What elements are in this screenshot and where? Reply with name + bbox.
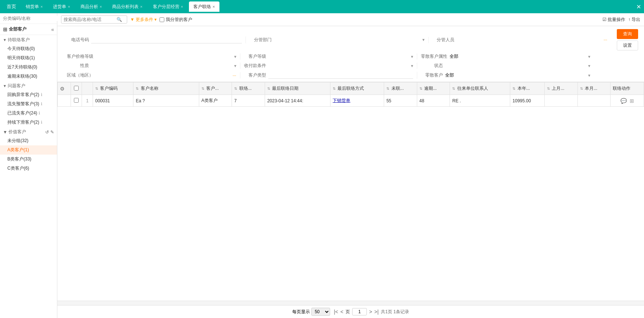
column-this-month[interactable]: ⇅ 本月... [577, 82, 611, 95]
column-contact-count[interactable]: ⇅ 联络... [232, 82, 265, 95]
nav-tab-purchase[interactable]: 进货单 × [49, 1, 74, 12]
close-icon[interactable]: × [68, 4, 70, 9]
edit-icon[interactable]: ✎ [50, 130, 54, 135]
setting-button[interactable]: 设置 [617, 40, 638, 50]
column-checkbox [71, 82, 82, 95]
last-page-button[interactable]: >| [374, 309, 379, 315]
my-customer-check[interactable] [160, 17, 164, 22]
column-last-month[interactable]: ⇅ 上月... [545, 82, 578, 95]
sidebar-item-repurchase-abnormal[interactable]: 回购异常客户(2) ℹ [0, 90, 57, 99]
sidebar-item-tomorrow-pending[interactable]: 明天待联络(1) [0, 53, 57, 63]
nav-tab-customer-segmentation[interactable]: 客户分层经营 × [149, 1, 187, 12]
chevron-down-icon[interactable]: ▼ [3, 130, 7, 135]
filter-more-person[interactable]: ··· [457, 37, 607, 42]
filter-select-status[interactable]: ▾ [445, 63, 590, 68]
message-icon[interactable]: 💬 [620, 98, 627, 104]
column-customer-type[interactable]: ⇅ 客户... [199, 82, 232, 95]
column-customer-name[interactable]: ⇅ 客户名称 [133, 82, 199, 95]
gear-icon[interactable]: ⚙ [60, 86, 65, 92]
cell-code: 000031 [93, 95, 133, 107]
filter-select-retail-attr[interactable]: 全部 ▾ [450, 53, 590, 60]
filter-select-dept[interactable]: ▾ [274, 37, 425, 42]
column-no-contact-days[interactable]: ⇅ 未联... [384, 82, 417, 95]
sidebar-group-pending-contact[interactable]: ▼ 待联络客户 [0, 35, 57, 44]
horizontal-scrollbar[interactable] [57, 301, 644, 305]
sidebar-item-churn-warning[interactable]: 流失预警客户(3) ℹ [0, 99, 57, 109]
sidebar-item-overdue-contact[interactable]: 逾期未联络(30) [0, 72, 57, 81]
filter-select-retail[interactable]: 全部 ▾ [445, 72, 590, 78]
column-this-year[interactable]: ⇅ 本年... [510, 82, 545, 95]
chevron-down-icon: ▼ [3, 84, 7, 88]
more-icon[interactable]: ··· [604, 37, 607, 42]
chevron-down-icon: ▾ [588, 63, 590, 68]
sort-icon: ⇅ [547, 86, 550, 91]
next-page-button[interactable]: > [369, 309, 372, 315]
sidebar-all-customers-header[interactable]: ⊞ 全部客户 « [0, 24, 57, 35]
filter-select-region[interactable]: ··· [96, 73, 236, 78]
export-button[interactable]: ↑ 导出 [628, 17, 640, 23]
filter-select-nature[interactable]: ▾ [91, 63, 236, 68]
search-input[interactable] [64, 17, 115, 22]
query-button[interactable]: 查询 [617, 29, 638, 39]
filter-select-payment[interactable]: ▾ [268, 63, 414, 68]
sort-icon: ⇅ [512, 86, 515, 91]
chevron-down-icon: ▾ [234, 54, 236, 59]
nav-tab-product-analysis-list[interactable]: 商品分析列表 × [108, 1, 147, 12]
filter-label-phone: 电话号码 [67, 37, 89, 43]
sidebar-item-class-b[interactable]: B类客户(33) [0, 155, 57, 164]
nav-tab-customer-contact[interactable]: 客户联络 × [189, 1, 219, 12]
sidebar-item-7days-pending[interactable]: 近7天待联络(0) [0, 63, 57, 72]
filter-select-customer-level[interactable]: ▾ [268, 54, 414, 59]
nav-tab-sales[interactable]: 销货单 × [21, 1, 47, 12]
refresh-icon[interactable]: ↺ [45, 130, 49, 135]
filter-select-price-level[interactable]: ▾ [96, 54, 236, 59]
more-icon[interactable]: ··· [233, 73, 236, 78]
column-customer-code[interactable]: ⇅ 客户编码 [93, 82, 133, 95]
close-icon[interactable]: × [140, 4, 142, 9]
sidebar-item-class-c[interactable]: C类客户(6) [0, 164, 57, 173]
column-num [82, 82, 93, 95]
sidebar-item-churned[interactable]: 已流失客户(24) ℹ [0, 109, 57, 118]
close-icon[interactable]: × [212, 4, 215, 9]
top-navigation: 首页 销货单 × 进货单 × 商品分析 × 商品分析列表 × 客户分层经营 × … [0, 0, 644, 13]
row-checkbox[interactable] [74, 98, 79, 103]
column-overdue[interactable]: ⇅ 逾期... [417, 82, 450, 95]
sidebar-search-input[interactable] [3, 16, 58, 21]
contact-method-link[interactable]: 下销货单 [333, 98, 350, 103]
nav-home[interactable]: 首页 [3, 3, 20, 10]
my-customer-checkbox[interactable]: 我分管的客户 [160, 17, 192, 23]
filter-label-person: 分管人员 [432, 37, 454, 43]
sidebar-item-declining[interactable]: 持续下滑客户(2) ℹ [0, 118, 57, 127]
nav-tab-product-analysis[interactable]: 商品分析 × [76, 1, 106, 12]
filter-label-customer-type: 客户类型 [244, 72, 266, 78]
page-number-input[interactable] [352, 308, 367, 315]
filter-input-customer-type[interactable] [268, 72, 414, 79]
filter-customer-type: 客户类型 [240, 72, 418, 79]
cell-actions: 💬 ⊞ [611, 95, 644, 107]
cell-last-month [545, 95, 578, 107]
close-icon[interactable]: × [40, 4, 43, 9]
batch-operation-button[interactable]: ☑ 批量操作 [602, 17, 625, 23]
more-filter-button[interactable]: ▼ 更多条件 ▾ [130, 17, 157, 23]
column-contact-person[interactable]: ⇅ 往来单位联系人 [450, 82, 510, 95]
column-last-contact-date[interactable]: ⇅ 最后联络日期 [265, 82, 330, 95]
prev-page-button[interactable]: < [340, 309, 343, 315]
link-icon[interactable]: ⊞ [630, 98, 634, 104]
sidebar-group-problem-customers[interactable]: ▼ 问题客户 [0, 81, 57, 90]
select-all-checkbox[interactable] [74, 86, 79, 91]
sidebar-item-today-pending[interactable]: 今天待联络(0) [0, 44, 57, 53]
sidebar-item-class-a[interactable]: A类客户(1) [0, 145, 57, 155]
sidebar-item-unclassified[interactable]: 未分组(32) [0, 136, 57, 145]
column-last-contact-method[interactable]: ⇅ 最后联络方式 [330, 82, 384, 95]
filter-input-phone[interactable] [91, 36, 242, 43]
first-page-button[interactable]: |< [334, 309, 338, 315]
collapse-icon[interactable]: « [51, 26, 54, 32]
filter-dept: 分管部门 ▾ [246, 37, 429, 43]
close-icon[interactable]: × [100, 4, 102, 9]
close-all-button[interactable]: ✕ [636, 3, 641, 10]
search-icon[interactable]: 🔍 [117, 17, 122, 22]
per-page-select[interactable]: 50 100 200 [311, 308, 330, 316]
close-icon[interactable]: × [181, 4, 183, 9]
chevron-down-icon: ▾ [588, 54, 590, 59]
filter-region: 区域（地区） ··· [63, 72, 240, 78]
